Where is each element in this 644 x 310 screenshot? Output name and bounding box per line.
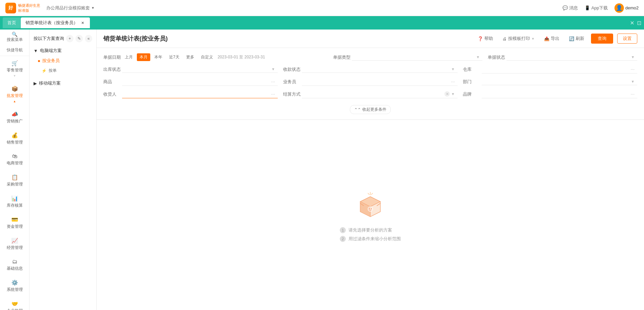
sidebar-item-operation[interactable]: 📈 经营管理 [1, 234, 28, 254]
sidebar-item-system[interactable]: ⚙️ 系统管理 [1, 276, 28, 296]
doc-type-field: 单据类型 ▼ [333, 54, 483, 61]
sidebar-item-wholesale[interactable]: 📦 批发管理 ▲ [1, 82, 28, 106]
message-icon: 💬 [562, 5, 568, 10]
user-area[interactable]: 👤 demo2 [614, 3, 639, 13]
empty-illustration [354, 188, 387, 222]
sidebar-item-label: 营销推广 [7, 118, 23, 124]
mobile-scheme-group: ▶ 移动端方案 [30, 77, 96, 90]
main-content: 销货单统计表(按业务员) ❓ 帮助 🖨 按模板打印 ▼ 📤 导出 [97, 30, 644, 310]
settle-method-chevron-icon: ▼ [451, 92, 455, 96]
mobile-group-label: 移动端方案 [39, 80, 61, 86]
chevron-icon: ▲ [13, 100, 16, 103]
sidebar-item-purchase[interactable]: 📋 采购管理 [1, 171, 28, 191]
print-button[interactable]: 🖨 按模板打印 ▼ [500, 34, 537, 43]
out-status-field: 出库状态 ▼ [103, 66, 278, 73]
tab-home[interactable]: 首页 [3, 17, 21, 28]
desktop-group-title[interactable]: ▼ 电脑端方案 [30, 46, 96, 56]
date-filter: 上月 本月 本年 近7天 更多 自定义 2023-03-01 至 2023-03… [122, 53, 328, 61]
date-tab-custom[interactable]: 自定义 [198, 53, 216, 61]
warehouse-dots-icon[interactable]: ··· [631, 66, 635, 72]
add-scheme-button[interactable]: + [66, 35, 73, 42]
tab-minimize-button[interactable]: ✕ [630, 20, 634, 26]
collapse-panel-button[interactable]: « [85, 35, 92, 42]
warehouse-label: 仓库 [463, 66, 482, 72]
brand-control[interactable]: ··· [482, 90, 637, 98]
message-action[interactable]: 💬 消息 [562, 5, 578, 11]
sidebar-item-inventory[interactable]: 📊 库存核算 [1, 192, 28, 212]
salesman-label: 业务员 [283, 79, 302, 85]
query-button[interactable]: 查询 [591, 34, 613, 44]
collapse-btn-wrap: ⌃⌃ 收起更多条件 [103, 102, 637, 114]
tab-sales-stats-label: 销货单统计表（按业务员） [25, 20, 78, 26]
left-panel-header: 按以下方案查询 + ✎ « [30, 33, 96, 44]
left-panel: 按以下方案查询 + ✎ « ▼ 电脑端方案 [30, 30, 97, 310]
dept-control[interactable]: ▼ [482, 78, 637, 85]
tab-home-label: 首页 [7, 20, 16, 26]
tab-maximize-button[interactable]: ⊡ [637, 20, 641, 26]
scheme-sub-icon: ⚡ [42, 68, 47, 73]
edit-scheme-button[interactable]: ✎ [75, 35, 83, 42]
scheme-item-by-salesman[interactable]: ● 按业务员 [30, 56, 96, 66]
page-title: 销货单统计表(按业务员) [103, 35, 168, 43]
search-menu-button[interactable]: 🔍 搜索菜单 [0, 30, 29, 45]
sidebar-item-finance[interactable]: 💳 资金管理 [1, 213, 28, 233]
empty-tip-1: 1 请先选择要分析的方案 [340, 227, 401, 233]
receiver-control[interactable]: ··· [122, 90, 278, 98]
refresh-button[interactable]: 🔄 刷新 [566, 34, 587, 43]
collapse-filter-button[interactable]: ⌃⌃ 收起更多条件 [350, 105, 391, 114]
app-download-action[interactable]: 📱 App下载 [585, 5, 608, 11]
date-tab-last-month[interactable]: 上月 [122, 53, 136, 61]
sidebar-item-enterprise[interactable]: 🤝 企业协同 [1, 297, 28, 310]
settings-button[interactable]: 设置 [617, 34, 637, 44]
quick-nav-button[interactable]: 快捷导航 [0, 45, 29, 56]
settle-method-clear-button[interactable]: ✕ [444, 91, 450, 97]
out-status-label: 出库状态 [103, 66, 122, 72]
doc-status-control[interactable]: ▼ [506, 54, 637, 61]
sidebar-item-label: 企业协同 [7, 308, 23, 310]
date-tab-more[interactable]: 更多 [183, 53, 197, 61]
goods-dots-icon[interactable]: ··· [271, 79, 275, 84]
empty-tips: 1 请先选择要分析的方案 2 用过滤条件来缩小分析范围 [340, 227, 401, 242]
inventory-icon: 📊 [11, 195, 18, 202]
refresh-icon: 🔄 [569, 36, 574, 41]
marketing-icon: 📣 [11, 111, 18, 117]
doc-type-control[interactable]: ▼ [352, 54, 483, 61]
account-selector[interactable]: 办公用品行业模拟账套 ▼ [44, 4, 97, 12]
export-button[interactable]: 📤 导出 [541, 34, 562, 43]
tab-sales-stats[interactable]: 销货单统计表（按业务员） ✕ [21, 17, 90, 28]
sidebar-item-label: 零售管理 [7, 67, 23, 73]
scheme-item-label: 按单 [49, 68, 57, 73]
receiver-dots-icon[interactable]: ··· [271, 91, 275, 97]
download-icon: 📱 [585, 5, 590, 10]
content-area: 按以下方案查询 + ✎ « ▼ 电脑端方案 [30, 30, 644, 310]
sidebar-item-ecommerce[interactable]: 🛍 电商管理 [1, 150, 28, 169]
scheme-item-by-order[interactable]: ⚡ 按单 [30, 66, 96, 75]
sidebar-item-label: 电商管理 [7, 160, 23, 166]
settle-method-field: 结算方式 ✕ ▼ [283, 90, 458, 98]
receipt-status-control[interactable]: ▼ [302, 66, 458, 73]
settle-method-control[interactable]: ✕ ▼ [302, 90, 458, 98]
mobile-group-title[interactable]: ▶ 移动端方案 [30, 78, 96, 88]
sidebar-item-marketing[interactable]: 📣 营销推广 [1, 108, 28, 127]
date-label: 单据日期 [103, 54, 122, 60]
goods-control[interactable]: ··· [122, 78, 278, 86]
date-tab-this-year[interactable]: 本年 [152, 53, 165, 61]
warehouse-control[interactable]: ··· [482, 65, 637, 73]
filter-area: 单据日期 上月 本月 本年 近7天 更多 自定义 2023-03-01 至 20… [97, 48, 644, 120]
date-tab-this-month[interactable]: 本月 [137, 53, 150, 61]
help-button[interactable]: ❓ 帮助 [475, 34, 496, 43]
out-status-control[interactable]: ▼ [122, 66, 278, 73]
svg-point-6 [371, 208, 372, 209]
scheme-item-label: 按业务员 [42, 58, 60, 64]
desktop-scheme-group: ▼ 电脑端方案 ● 按业务员 ⚡ 按单 [30, 44, 96, 77]
sidebar-item-retail[interactable]: 🛒 零售管理 ▼ [1, 57, 28, 81]
sidebar-item-basic[interactable]: 🗂 基础信息 [1, 255, 28, 275]
date-tab-last7[interactable]: 近7天 [166, 53, 182, 61]
sidebar-item-sales[interactable]: 💰 销售管理 [1, 129, 28, 149]
salesman-control[interactable]: ··· [302, 78, 458, 86]
sidebar-item-label: 库存核算 [7, 203, 23, 208]
salesman-dots-icon[interactable]: ··· [451, 79, 455, 84]
warehouse-field: 仓库 ··· [463, 65, 637, 73]
tab-close-button[interactable]: ✕ [80, 20, 85, 25]
brand-dots-icon[interactable]: ··· [631, 91, 635, 97]
